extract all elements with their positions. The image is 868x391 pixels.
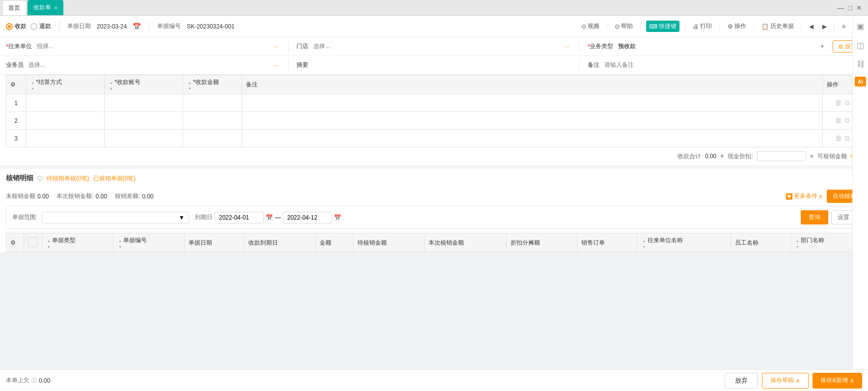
range-select[interactable]: ▼ — [42, 212, 189, 223]
operations-btn[interactable]: ⚙ 操作 — [726, 21, 748, 31]
store-input[interactable] — [311, 42, 562, 51]
staff-label: 业务员 — [6, 61, 27, 69]
calendar-icon[interactable]: 📅 — [133, 23, 141, 30]
minimize-button[interactable]: — — [838, 4, 844, 12]
tab-receipt-label: 收款单 — [33, 3, 51, 12]
row-3-settlement[interactable] — [26, 130, 105, 147]
row-1-settlement[interactable] — [26, 94, 105, 112]
btcol-number-sort[interactable] — [117, 237, 122, 244]
filter-actions: 查询 设置 — [801, 210, 856, 224]
save-new-button[interactable]: 保存&新增 ∧ — [813, 373, 862, 389]
refund-radio[interactable]: 退款 — [30, 22, 51, 30]
partner-input[interactable] — [35, 42, 272, 51]
operations-label: 操作 — [734, 22, 746, 30]
table-settings-icon[interactable]: ⚙ — [10, 81, 16, 88]
discount-input[interactable] — [757, 151, 806, 161]
partner-more-icon[interactable]: ··· — [271, 43, 280, 50]
row-2-account[interactable] — [105, 112, 183, 130]
abandon-button[interactable]: 放弃 — [725, 373, 758, 389]
video-btn[interactable]: ⊙ 视频 — [579, 21, 601, 31]
list-view-btn[interactable]: ≡ — [840, 22, 847, 31]
tab-home[interactable]: 首页 — [2, 0, 27, 15]
sidebar-link-icon[interactable]: ⛓ — [855, 58, 867, 71]
help-btn[interactable]: ⊙ 帮助 — [613, 21, 635, 31]
order-value: 0.00 — [39, 377, 50, 384]
maximize-button[interactable]: □ — [848, 4, 852, 12]
note-input[interactable] — [602, 60, 862, 70]
sidebar-table-icon[interactable]: ▣ — [855, 20, 866, 33]
row-1-amount[interactable] — [183, 94, 242, 112]
pending-tab[interactable]: 待核销单据(0笔) — [47, 174, 89, 183]
sidebar-doc-icon[interactable]: ◫ — [855, 39, 866, 52]
col-settings-header[interactable]: ⚙ — [6, 75, 26, 94]
col-account-sort[interactable] — [108, 79, 113, 85]
date-from-calendar-icon[interactable]: 📅 — [266, 214, 273, 221]
business-type-arrow[interactable]: ▼ — [820, 44, 825, 49]
save-draft-button[interactable]: 保存草稿 ∧ — [762, 373, 809, 389]
close-button[interactable]: ✕ — [856, 4, 862, 12]
btcol-number-label: 单据编号 — [123, 237, 147, 244]
more-conditions-btn[interactable]: 🔽 更多条件 ∧ — [786, 192, 823, 200]
row-3-copy-icon[interactable]: ⧉ — [845, 134, 850, 142]
window-controls: — □ ✕ — [838, 4, 866, 12]
staff-more-icon[interactable]: ··· — [271, 62, 280, 69]
filter-row: 单据范围 ▼ 到期日 📅 — 📅 查询 设置 — [6, 206, 862, 229]
row-2-amount[interactable] — [183, 112, 242, 130]
unverified-value: 0.00 — [37, 193, 49, 200]
tab-close-icon[interactable]: × — [54, 4, 57, 11]
tab-receipt[interactable]: 收款单 × — [27, 0, 63, 15]
verify-info-icon[interactable]: ⓘ — [37, 175, 43, 182]
btcol-partner-sort[interactable] — [641, 237, 646, 244]
btcol-settings-header[interactable]: ⚙ — [6, 233, 24, 252]
sidebar-ai-icon[interactable]: Ai — [855, 77, 866, 86]
history-btn[interactable]: 📋 历史单据 — [760, 21, 796, 31]
col-account-header: *收款账号 — [105, 75, 183, 94]
done-tab[interactable]: 已核销单据(0笔) — [93, 174, 136, 183]
total-label: 收款合计 — [678, 152, 701, 161]
shortcut-icon: ⌨ — [649, 23, 657, 30]
staff-input[interactable] — [27, 60, 271, 70]
row-3-remark[interactable] — [242, 130, 823, 147]
shortcut-btn[interactable]: ⌨ 快捷键 — [646, 21, 679, 32]
prev-btn[interactable]: ◀ — [807, 22, 815, 31]
row-3-account[interactable] — [105, 130, 183, 147]
row-2-settlement[interactable] — [26, 112, 105, 130]
row-3-amount[interactable] — [183, 130, 242, 147]
table-header-row: ⚙ *结算方式 *收款账号 *收款金额 备注 — [6, 75, 862, 94]
refund-radio-label: 退款 — [39, 22, 51, 30]
order-info-icon[interactable]: ⓘ — [31, 377, 37, 384]
btcol-sales-order-header: 销售订单 — [577, 233, 637, 252]
current-stat: 本次核销金额: 0.00 — [56, 192, 107, 200]
row-2-copy-icon[interactable]: ⧉ — [845, 116, 850, 125]
print-btn[interactable]: 🖨 打印 — [691, 21, 714, 31]
btcol-type-sort[interactable] — [46, 237, 51, 244]
row-3-delete-icon[interactable]: 🗑 — [835, 134, 842, 142]
row-2-remark[interactable] — [242, 112, 823, 130]
next-btn[interactable]: ▶ — [820, 22, 829, 31]
btcol-date-label: 单据日期 — [189, 239, 212, 246]
date-to-input[interactable] — [283, 212, 332, 223]
bottom-settings-icon[interactable]: ⚙ — [10, 239, 16, 246]
store-more-icon[interactable]: ··· — [563, 43, 571, 50]
btcol-date-header: 单据日期 — [185, 233, 244, 252]
summary-input[interactable] — [311, 60, 571, 70]
date-to-calendar-icon[interactable]: 📅 — [334, 214, 341, 221]
date-from-input[interactable] — [215, 212, 264, 223]
row-1-num: 1 — [6, 94, 26, 112]
row-1-delete-icon[interactable]: 🗑 — [835, 99, 842, 107]
receive-radio[interactable]: 收款 — [6, 22, 27, 30]
row-1-copy-icon[interactable]: ⧉ — [845, 99, 850, 107]
col-settlement-sort[interactable] — [30, 79, 34, 85]
help-label: 帮助 — [621, 22, 633, 30]
select-all-checkbox[interactable] — [28, 237, 38, 247]
btcol-checkbox-header[interactable] — [24, 233, 42, 252]
row-1-remark[interactable] — [242, 94, 823, 112]
date-filter: 到期日 📅 — 📅 — [195, 212, 341, 223]
query-button[interactable]: 查询 — [801, 210, 828, 224]
row-2-delete-icon[interactable]: 🗑 — [835, 116, 842, 125]
verify-header: 核销明细 ⓘ 待核销单据(0笔) 已核销单据(0笔) — [6, 174, 862, 187]
btcol-store-sort[interactable] — [795, 237, 799, 244]
col-amount-sort[interactable] — [187, 79, 191, 85]
sep2: | — [640, 23, 641, 30]
row-1-account[interactable] — [105, 94, 183, 112]
